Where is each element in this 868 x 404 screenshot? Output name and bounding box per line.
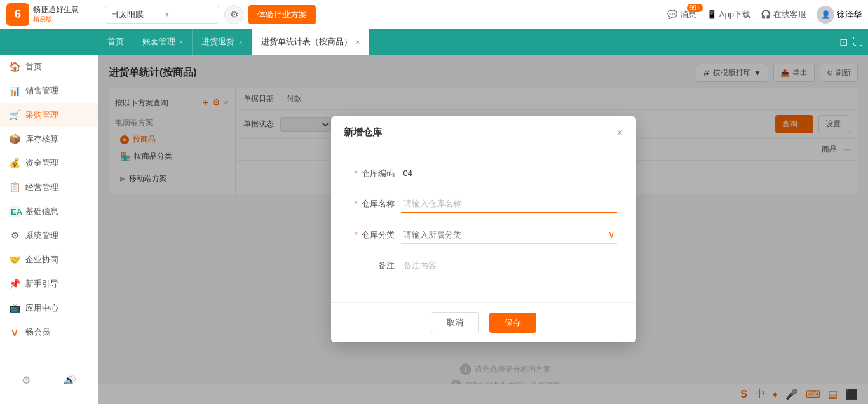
- sidebar-label-basic-info: 基础信息: [25, 206, 58, 217]
- store-arrow-icon: ▼: [164, 11, 214, 18]
- basic-info-icon: EA: [9, 206, 20, 217]
- name-label: * 仓库名称: [350, 198, 401, 210]
- name-input[interactable]: [401, 195, 617, 213]
- modal-footer: 取消 保存: [331, 302, 636, 342]
- purchase-icon: 🛒: [9, 109, 20, 121]
- remark-label-text: 备注: [378, 260, 395, 270]
- sidebar-label-management: 经营管理: [25, 182, 58, 193]
- form-row-name: * 仓库名称: [350, 195, 617, 213]
- form-row-code: * 仓库编码: [350, 165, 617, 182]
- sidebar-label-vip: 畅会员: [25, 327, 50, 338]
- brand-sub: 精易版: [33, 15, 79, 24]
- sidebar-label-purchase: 采购管理: [25, 109, 58, 121]
- vip-icon: V: [9, 327, 20, 338]
- store-name: 日太阳膜: [111, 9, 160, 20]
- service-label: 在线客服: [773, 9, 806, 20]
- code-required-mark: *: [355, 168, 358, 178]
- home-icon: 🏠: [9, 61, 20, 72]
- sidebar-item-finance[interactable]: 💰 资金管理: [0, 151, 98, 175]
- sidebar-item-guide[interactable]: 📌 新手引导: [0, 272, 98, 296]
- user-name: 徐泽华: [837, 9, 862, 20]
- sidebar-item-management[interactable]: 📋 经营管理: [0, 175, 98, 199]
- category-select-row[interactable]: ∨: [401, 226, 617, 244]
- message-badge: 99+: [687, 4, 703, 12]
- tab-stats-label: 进货单统计表（按商品）: [261, 36, 352, 48]
- system-icon: ⚙: [9, 230, 20, 241]
- tab-returns-close-icon[interactable]: ×: [238, 38, 242, 46]
- sidebar-label-enterprise: 企业协同: [25, 254, 58, 266]
- trial-button[interactable]: 体验行业方案: [248, 5, 316, 24]
- restore-icon[interactable]: ⊡: [839, 36, 848, 48]
- sidebar-label-guide: 新手引导: [25, 278, 58, 290]
- app-dl-label: App下载: [719, 9, 750, 20]
- main-layout: 🏠 首页 📊 销售管理 🛒 采购管理 📦 库存核算 💰 资金管理 📋 经营管理 …: [0, 55, 868, 404]
- tab-home[interactable]: 首页: [98, 29, 133, 55]
- sidebar-item-purchase[interactable]: 🛒 采购管理: [0, 103, 98, 127]
- modal-body: * 仓库编码 * 仓库名称 * 仓库: [331, 149, 636, 302]
- content-area: 进货单统计(按商品) 🖨 按模板打印 ▼ 📤 导出 ↻ 刷新: [98, 55, 868, 404]
- category-label-text: 仓库分类: [362, 230, 395, 239]
- sidebar-item-home[interactable]: 🏠 首页: [0, 55, 98, 79]
- tab-stats[interactable]: 进货单统计表（按商品） ×: [252, 29, 369, 55]
- sidebar: 🏠 首页 📊 销售管理 🛒 采购管理 📦 库存核算 💰 资金管理 📋 经营管理 …: [0, 55, 98, 404]
- sidebar-item-enterprise[interactable]: 🤝 企业协同: [0, 248, 98, 272]
- code-input[interactable]: [401, 165, 617, 182]
- tab-returns[interactable]: 进货退货 ×: [193, 29, 252, 55]
- category-input[interactable]: [403, 230, 608, 239]
- category-label: * 仓库分类: [350, 229, 401, 241]
- sidebar-item-sales[interactable]: 📊 销售管理: [0, 79, 98, 103]
- sidebar-item-inventory[interactable]: 📦 库存核算: [0, 127, 98, 151]
- finance-icon: 💰: [9, 158, 20, 169]
- modal-header: 新增仓库 ×: [331, 116, 636, 149]
- app-center-icon: 📺: [9, 302, 20, 314]
- tab-bar: 首页 账套管理 × 进货退货 × 进货单统计表（按商品） × ⊡ ⛶: [0, 29, 868, 55]
- tab-bar-right: ⊡ ⛶: [839, 36, 868, 48]
- maximize-icon[interactable]: ⛶: [853, 36, 863, 48]
- user-avatar-area[interactable]: 👤 徐泽华: [817, 6, 862, 24]
- sidebar-label-app-center: 应用中心: [25, 302, 58, 314]
- category-required-mark: *: [355, 230, 358, 239]
- enterprise-icon: 🤝: [9, 254, 20, 266]
- remark-input[interactable]: [401, 257, 617, 274]
- modal-close-button[interactable]: ×: [616, 127, 623, 138]
- sidebar-item-app-center[interactable]: 📺 应用中心: [0, 296, 98, 320]
- management-icon: 📋: [9, 182, 20, 193]
- add-warehouse-modal: 新增仓库 × * 仓库编码 * 仓库名称: [331, 116, 636, 342]
- app-icon: 📱: [707, 10, 717, 19]
- modal-title: 新增仓库: [344, 126, 382, 138]
- sidebar-label-inventory: 库存核算: [25, 133, 58, 145]
- form-row-category: * 仓库分类 ∨: [350, 226, 617, 244]
- sidebar-item-vip[interactable]: V 畅会员: [0, 320, 98, 344]
- tab-accounts[interactable]: 账套管理 ×: [133, 29, 193, 55]
- store-selector[interactable]: 日太阳膜 ▼: [105, 6, 219, 24]
- form-row-remark: 备注: [350, 257, 617, 274]
- sidebar-item-basic-info[interactable]: EA 基础信息: [0, 199, 98, 224]
- message-button[interactable]: 💬 消息 99+: [667, 9, 696, 20]
- save-button[interactable]: 保存: [489, 313, 536, 333]
- headset-icon: 🎧: [761, 10, 771, 19]
- sales-icon: 📊: [9, 85, 20, 97]
- header-right: 💬 消息 99+ 📱 App下载 🎧 在线客服 👤 徐泽华: [667, 6, 862, 24]
- inventory-icon: 📦: [9, 133, 20, 145]
- top-header: 6 畅捷通好生意 精易版 日太阳膜 ▼ ⚙ 体验行业方案 💬 消息 99+ 📱 …: [0, 0, 868, 29]
- sidebar-label-home: 首页: [25, 61, 42, 72]
- code-label: * 仓库编码: [350, 168, 401, 179]
- remark-label: 备注: [350, 260, 401, 271]
- tab-accounts-close-icon[interactable]: ×: [179, 38, 183, 46]
- code-label-text: 仓库编码: [362, 168, 395, 178]
- name-label-text: 仓库名称: [362, 199, 395, 208]
- sidebar-item-system[interactable]: ⚙ 系统管理: [0, 224, 98, 248]
- guide-icon: 📌: [9, 278, 20, 290]
- tab-accounts-label: 账套管理: [142, 36, 175, 48]
- name-required-mark: *: [355, 199, 358, 208]
- sidebar-label-sales: 销售管理: [25, 85, 58, 97]
- avatar: 👤: [817, 6, 834, 24]
- cancel-button[interactable]: 取消: [431, 312, 479, 333]
- app-download-button[interactable]: 📱 App下载: [707, 9, 750, 20]
- online-service-button[interactable]: 🎧 在线客服: [761, 9, 806, 20]
- settings-icon[interactable]: ⚙: [224, 5, 243, 24]
- brand-text: 畅捷通好生意 精易版: [33, 5, 79, 24]
- tab-home-label: 首页: [107, 36, 124, 48]
- logo-icon: 6: [6, 3, 29, 26]
- tab-stats-close-icon[interactable]: ×: [356, 38, 360, 46]
